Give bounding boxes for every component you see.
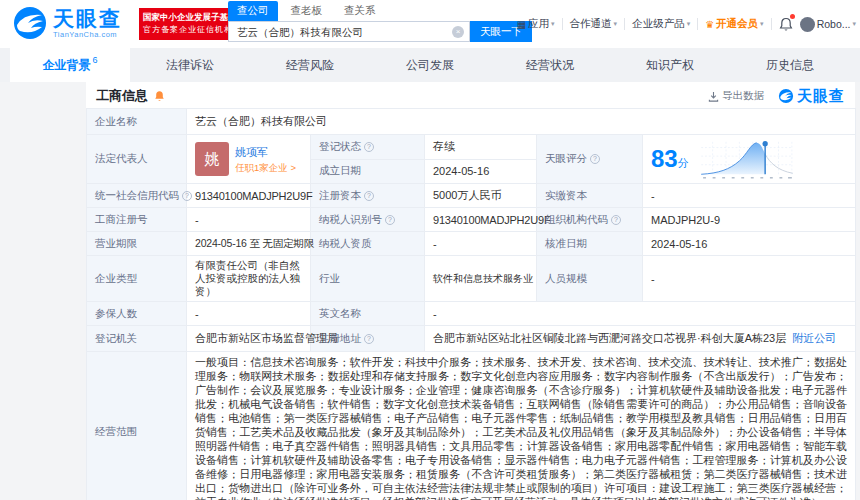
table-row: 企业名称 艺云（合肥）科技有限公司 <box>87 109 856 135</box>
address-value: 合肥市新站区站北社区铜陵北路与西淝河路交口芯视界·科创大厦A栋23层 <box>433 332 786 344</box>
business-info-table: 企业名称 艺云（合肥）科技有限公司 法定代表人 姚 姚项军 任职1家企业 > 登… <box>86 108 856 500</box>
badge-line2: 官方备案企业征信机构 <box>143 24 231 36</box>
term-value: 2024-05-16 至 无固定期限 <box>187 232 311 256</box>
avatar: 姚 <box>195 142 229 176</box>
top-header: 天眼查 TianYanCha.com 国家中小企业发展子基金旗下 官方备案企业征… <box>0 0 860 48</box>
logo-domain: TianYanCha.com <box>53 30 122 39</box>
username: Robo... <box>817 18 851 30</box>
tab-label: 法律诉讼 <box>166 57 214 74</box>
clear-icon[interactable]: × <box>452 26 464 38</box>
nav-vip-label: 开通会员 <box>716 17 758 31</box>
field-label: 行业 <box>311 256 425 302</box>
tab-legal-litigation[interactable]: 法律诉讼 <box>130 48 250 82</box>
field-label: 登记状态? <box>311 135 425 160</box>
apps-grid-icon: ▦ <box>517 19 526 30</box>
field-label: 企业类型 <box>87 256 187 302</box>
tab-company-development[interactable]: 公司发展 <box>370 48 490 82</box>
field-label: 实缴资本 <box>537 184 643 208</box>
reg-number-value: - <box>187 208 311 232</box>
chevron-down-icon: ▾ <box>852 20 856 28</box>
nearby-companies-link[interactable]: 附近公司 <box>792 332 836 344</box>
nav-vip[interactable]: ♛ 开通会员 ▾ <box>705 17 763 31</box>
help-icon[interactable]: ? <box>385 215 395 225</box>
tab-intellectual-property[interactable]: 知识产权 <box>610 48 730 82</box>
field-label: 注册资本? <box>311 184 425 208</box>
label-text: 注册资本 <box>319 189 361 201</box>
help-icon[interactable]: ? <box>182 191 192 201</box>
nav-coop-label: 合作通道 <box>570 17 612 31</box>
search-tab-company[interactable]: 查公司 <box>228 1 278 21</box>
tab-history-info[interactable]: 历史信息 <box>730 48 850 82</box>
tab-label: 企业背景 <box>42 57 90 74</box>
tab-label: 经营状况 <box>526 57 574 74</box>
table-row: 统一社会信用代码? 91340100MADJPH2U9F 注册资本? 5000万… <box>87 184 856 208</box>
est-date-value: 2024-05-16 <box>425 159 537 184</box>
help-icon[interactable]: ? <box>590 154 600 164</box>
tab-company-background[interactable]: 企业背景 6 <box>10 48 130 82</box>
divider <box>562 18 563 30</box>
approval-date-value: 2024-05-16 <box>643 232 856 256</box>
nav-products-label: 企业级产品 <box>632 17 685 31</box>
divider <box>624 18 625 30</box>
field-label: 英文名称 <box>311 302 425 326</box>
field-label: 纳税人识别号? <box>311 208 425 232</box>
help-icon[interactable]: ? <box>364 191 374 201</box>
score-distribution-chart <box>697 138 797 180</box>
label-text: 组织机构代码 <box>545 213 608 225</box>
field-label: 经营范围 <box>87 352 187 500</box>
legal-rep-link[interactable]: 姚项军 <box>235 145 296 159</box>
user-menu[interactable]: Robo... ▾ <box>800 17 856 32</box>
table-row: 企业类型 有限责任公司（非自然人投资或控股的法人独资） 行业 软件和信息技术服务… <box>87 256 856 302</box>
search-tab-relation[interactable]: 查关系 <box>335 1 385 21</box>
credit-code-value: 91340100MADJPH2U9F <box>187 184 311 208</box>
logo-swirl-icon <box>12 5 48 41</box>
bell-icon <box>779 17 793 32</box>
official-badge: 国家中小企业发展子基金旗下 官方备案企业征信机构 <box>139 8 235 40</box>
legal-rep-companies-link[interactable]: 任职1家企业 > <box>235 161 296 174</box>
taxpayer-id-value: 91340100MADJPH2U9F <box>425 208 537 232</box>
help-icon[interactable]: ? <box>611 215 621 225</box>
field-label: 天眼评分? <box>537 135 643 184</box>
tab-label: 历史信息 <box>766 57 814 74</box>
business-scope-value: 一般项目：信息技术咨询服务；软件开发；科技中介服务；技术服务、技术开发、技术咨询… <box>187 352 856 500</box>
help-icon[interactable]: ? <box>364 142 374 152</box>
nav-enterprise-products[interactable]: 企业级产品 ▾ <box>632 17 690 31</box>
search-input[interactable] <box>229 24 469 43</box>
nav-cooperation[interactable]: 合作通道 ▾ <box>570 17 618 31</box>
field-label: 参保人数 <box>87 302 187 326</box>
label-text: 注册地址 <box>319 332 361 344</box>
reg-capital-value: 5000万人民币 <box>425 184 537 208</box>
notification-bell[interactable] <box>779 17 793 32</box>
search-module: 查公司 查老板 查关系 × 天眼一下 <box>228 1 532 42</box>
field-label: 企业名称 <box>87 109 187 135</box>
tianyancha-logo[interactable]: 天眼查 TianYanCha.com <box>12 5 122 41</box>
legal-rep-cell: 姚 姚项军 任职1家企业 > <box>187 135 311 184</box>
table-row: 参保人数 - 英文名称 - <box>87 302 856 326</box>
field-label: 注册地址? <box>311 326 425 352</box>
tab-operating-risk[interactable]: 经营风险 <box>250 48 370 82</box>
table-row: 登记机关 合肥市新站区市场监督管理局 注册地址? 合肥市新站区站北社区铜陵北路与… <box>87 326 856 352</box>
score-cell: 83分 <box>643 135 856 184</box>
search-tab-boss[interactable]: 查老板 <box>282 1 332 21</box>
nav-apps[interactable]: ▦ 应用 ▾ <box>517 17 555 31</box>
business-info-card: 工商信息 导出数据 天眼查 企业名称 艺云（合肥）科技 <box>86 82 855 500</box>
section-title: 工商信息 <box>96 87 148 105</box>
field-label: 法定代表人 <box>87 135 187 184</box>
notification-dot <box>790 14 795 19</box>
subscribe-bell-icon[interactable] <box>154 90 165 102</box>
logo-text: 天眼查 <box>53 8 122 30</box>
field-label: 纳税人资质 <box>311 232 425 256</box>
chevron-down-icon: ▾ <box>760 20 764 28</box>
export-label: 导出数据 <box>722 89 764 103</box>
org-code-value: MADJPH2U-9 <box>643 208 856 232</box>
address-cell: 合肥市新站区站北社区铜陵北路与西淝河路交口芯视界·科创大厦A栋23层附近公司 <box>425 326 856 352</box>
tab-operating-status[interactable]: 经营状况 <box>490 48 610 82</box>
download-icon <box>708 91 719 102</box>
tab-label: 知识产权 <box>646 57 694 74</box>
help-icon[interactable]: ? <box>364 334 374 344</box>
export-data-button[interactable]: 导出数据 <box>708 89 764 103</box>
watermark-text: 天眼查 <box>797 87 845 106</box>
label-text: 天眼评分 <box>545 152 587 164</box>
chevron-down-icon: ▾ <box>687 20 691 28</box>
paid-capital-value: - <box>643 184 856 208</box>
